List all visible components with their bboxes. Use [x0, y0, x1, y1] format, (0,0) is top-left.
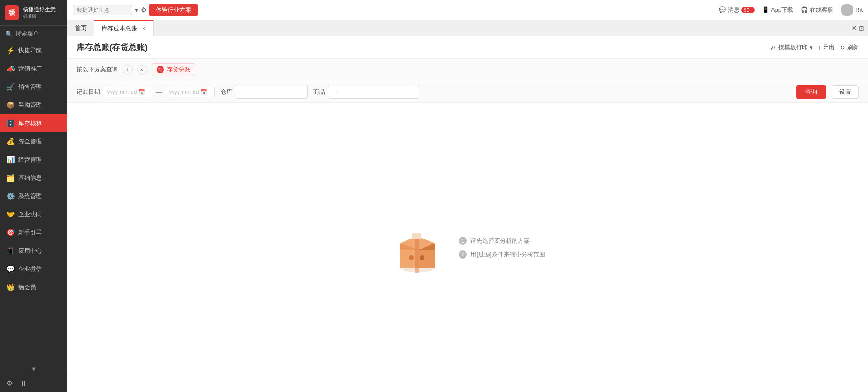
- empty-tips: 1 请先选择要分析的方案 2 用[过滤]条件来缩小分析范围: [459, 237, 545, 259]
- sidebar-item-sales[interactable]: 🛒 销售管理: [0, 78, 67, 96]
- sidebar-item-label: 资金管理: [18, 137, 42, 146]
- sidebar-scroll-down[interactable]: ▼: [0, 364, 67, 374]
- message-label: 消息: [728, 6, 740, 14]
- warehouse-field: 仓库 ···: [220, 85, 308, 99]
- breadcrumb-input[interactable]: [73, 5, 132, 15]
- sidebar-item-label: 企业协同: [18, 210, 42, 219]
- close-panel-btn[interactable]: ✕: [851, 24, 857, 32]
- app-logo: 畅 畅捷通好生意 标准版: [0, 0, 67, 26]
- tip-text-2: 用[过滤]条件来缩小分析范围: [470, 250, 545, 259]
- page-header: 库存总账(存货总账) 🖨 按模板打印 ▾ ↑ 导出 ↺ 刷新: [67, 36, 868, 59]
- sidebar-nav: ⚡ 快捷导航 📣 营销推广 🛒 销售管理 📦 采购管理 🗄️ 库存核算 💰 资金…: [0, 41, 67, 364]
- settings-btn[interactable]: 设置: [832, 85, 859, 99]
- app-download-btn[interactable]: 📱 App下载: [762, 6, 793, 14]
- date-start-placeholder: yyyy-mm-dd: [107, 89, 137, 95]
- scheme-item[interactable]: 存 存货总账: [152, 63, 195, 76]
- sidebar-search[interactable]: 🔍 搜索菜单: [0, 26, 67, 41]
- date-field: 记账日期 yyyy-mm-dd 📅 — yyyy-mm-dd 📅: [77, 87, 215, 97]
- sidebar-item-label: 新手引导: [18, 229, 42, 237]
- query-btn[interactable]: 查询: [796, 85, 826, 99]
- purchase-icon: 📦: [6, 101, 15, 109]
- sidebar-item-finance[interactable]: 💰 资金管理: [0, 132, 67, 151]
- svg-point-10: [420, 255, 424, 260]
- user-name: Rit: [855, 6, 863, 13]
- sidebar-item-label: 基础信息: [18, 174, 42, 182]
- warehouse-more-icon: ···: [239, 87, 246, 97]
- top-bar: ▾ ⚙ 体验行业方案 💬 消息 99+ 📱 App下载 🎧 在线客服 Rit: [67, 0, 868, 20]
- page-title: 库存总账(存货总账): [77, 42, 148, 53]
- scheme-icon: 存: [157, 66, 164, 73]
- filter-add-btn[interactable]: +: [123, 65, 133, 75]
- headset-icon: 🎧: [801, 6, 808, 13]
- filter-label: 按以下方案查询: [77, 66, 118, 74]
- date-end-placeholder: yyyy-mm-dd: [169, 89, 199, 95]
- chevron-down-btn[interactable]: ▾: [135, 6, 138, 14]
- sidebar-item-label: 畅会员: [18, 283, 36, 291]
- tab-close-btn[interactable]: ✕: [142, 25, 146, 32]
- user-profile-btn[interactable]: Rit: [841, 4, 863, 16]
- sidebar-item-system[interactable]: ⚙️ 系统管理: [0, 187, 67, 205]
- app-download-label: App下载: [771, 6, 793, 14]
- svg-rect-7: [415, 236, 419, 273]
- search-icon: 🔍: [5, 31, 13, 37]
- goods-more-icon: ···: [332, 87, 339, 97]
- sidebar-item-wecom[interactable]: 💬 企业微信: [0, 260, 67, 278]
- print-btn[interactable]: 🖨 按模板打印 ▾: [771, 43, 813, 51]
- warehouse-label: 仓库: [220, 88, 232, 96]
- sidebar-item-marketing[interactable]: 📣 营销推广: [0, 60, 67, 78]
- sidebar-item-operation[interactable]: 📊 经营管理: [0, 151, 67, 169]
- sidebar-item-member[interactable]: 👑 畅会员: [0, 278, 67, 296]
- inventory-icon: 🗄️: [6, 119, 15, 127]
- tip-num-1: 1: [459, 237, 467, 245]
- sidebar-item-purchase[interactable]: 📦 采购管理: [0, 96, 67, 114]
- sidebar-item-basic[interactable]: 🗂️ 基础信息: [0, 169, 67, 187]
- scroll-down-btn[interactable]: ▼: [31, 366, 37, 372]
- expand-panel-btn[interactable]: ⊡: [859, 25, 864, 32]
- logo-icon: 畅: [5, 5, 19, 20]
- apps-icon: 📱: [6, 247, 15, 255]
- sidebar-item-shortcut[interactable]: ⚡ 快捷导航: [0, 41, 67, 60]
- calendar-start-icon[interactable]: 📅: [138, 89, 145, 95]
- tip-num-2: 2: [459, 250, 467, 259]
- sidebar-item-label: 经营管理: [18, 156, 42, 164]
- content-area: 库存总账(存货总账) 🖨 按模板打印 ▾ ↑ 导出 ↺ 刷新 按以下方案查询: [67, 36, 868, 392]
- header-actions: 🖨 按模板打印 ▾ ↑ 导出 ↺ 刷新: [771, 43, 859, 51]
- sidebar-item-apps[interactable]: 📱 应用中心: [0, 242, 67, 260]
- empty-illustration: [390, 220, 445, 275]
- goods-input[interactable]: ···: [328, 85, 419, 99]
- calendar-end-icon[interactable]: 📅: [200, 89, 207, 95]
- refresh-btn[interactable]: ↺ 刷新: [840, 43, 859, 51]
- message-btn[interactable]: 💬 消息 99+: [719, 6, 755, 14]
- scheme-label: 存货总账: [167, 66, 190, 74]
- corp-icon: 🤝: [6, 210, 15, 219]
- filter-collapse-btn[interactable]: «: [137, 65, 147, 75]
- message-badge: 99+: [741, 7, 755, 13]
- industry-btn[interactable]: 体验行业方案: [149, 4, 198, 16]
- sidebar-item-label: 系统管理: [18, 192, 42, 200]
- sidebar-item-inventory[interactable]: 🗄️ 库存核算: [0, 114, 67, 132]
- gear-btn[interactable]: ⚙: [141, 6, 147, 14]
- settings-footer-icon[interactable]: ⚙: [6, 379, 13, 387]
- warehouse-input[interactable]: ···: [235, 85, 308, 99]
- tab-inventory-ledger[interactable]: 库存成本总账 ✕: [94, 20, 154, 36]
- sidebar-item-label: 采购管理: [18, 101, 42, 109]
- date-field-label: 记账日期: [77, 88, 100, 96]
- audio-footer-icon[interactable]: ⏸: [20, 379, 27, 387]
- sidebar-item-corp[interactable]: 🤝 企业协同: [0, 205, 67, 224]
- svg-rect-8: [412, 233, 421, 239]
- date-start-input[interactable]: yyyy-mm-dd 📅: [103, 87, 153, 97]
- newbie-icon: 🎯: [6, 229, 15, 237]
- online-service-btn[interactable]: 🎧 在线客服: [801, 6, 833, 14]
- sidebar-item-label: 营销推广: [18, 65, 42, 73]
- date-end-input[interactable]: yyyy-mm-dd 📅: [165, 87, 215, 97]
- sidebar-item-newbie[interactable]: 🎯 新手引导: [0, 224, 67, 242]
- search-label: 搜索菜单: [15, 30, 39, 38]
- refresh-icon: ↺: [840, 44, 845, 51]
- tab-home[interactable]: 首页: [67, 20, 94, 36]
- goods-label: 商品: [313, 88, 325, 96]
- export-btn[interactable]: ↑ 导出: [818, 43, 835, 51]
- tab-bar-actions: ✕ ⊡: [851, 24, 868, 32]
- export-icon: ↑: [818, 44, 822, 51]
- home-tab-label: 首页: [75, 24, 87, 32]
- filter-area: 按以下方案查询 + « 存 存货总账: [67, 59, 868, 81]
